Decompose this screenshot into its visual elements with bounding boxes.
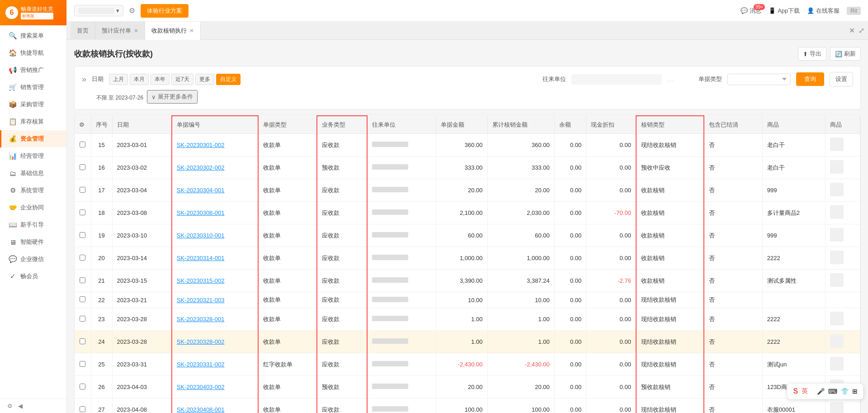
settings-icon[interactable]: ⚙ bbox=[7, 403, 13, 409]
doc-no-link[interactable]: SK-20230302-002 bbox=[177, 164, 225, 171]
sidebar-item-sales[interactable]: 🛒 销售管理 bbox=[0, 79, 66, 96]
refresh-button[interactable]: 🔄 刷新 bbox=[830, 47, 861, 61]
row-checkbox[interactable] bbox=[75, 376, 91, 399]
grid-icon[interactable]: ⊞ bbox=[852, 388, 858, 395]
tab-prepay-close[interactable]: ✕ bbox=[134, 28, 138, 34]
row-checkbox[interactable] bbox=[75, 179, 91, 202]
row-checkbox[interactable] bbox=[75, 399, 91, 413]
sidebar-item-label: 企业微信 bbox=[20, 255, 44, 263]
row-doc-type: 收款单 bbox=[258, 292, 317, 308]
collapse-icon[interactable]: ◀ bbox=[18, 403, 23, 409]
doc-no-link[interactable]: SK-20230328-002 bbox=[177, 338, 225, 345]
sidebar-item-purchase[interactable]: 📦 采购管理 bbox=[0, 96, 66, 113]
tab-collection-exec[interactable]: 收款核销执行 ✕ bbox=[145, 22, 201, 40]
sidebar-item-wechat[interactable]: 💬 企业微信 bbox=[0, 251, 66, 268]
sidebar-item-operations[interactable]: 📊 经营管理 bbox=[0, 147, 66, 165]
chevron-down-icon: ∨ bbox=[151, 94, 156, 100]
col-doc-amount[interactable]: 单据金额 bbox=[436, 116, 487, 134]
sidebar-item-vip[interactable]: ✓ 畅会员 bbox=[0, 268, 66, 285]
filter-expand-arrow[interactable]: » bbox=[82, 75, 86, 84]
keyboard-icon[interactable]: ⌨ bbox=[828, 388, 837, 395]
doc-no-link[interactable]: SK-20230304-001 bbox=[177, 187, 225, 194]
counterparty-input[interactable] bbox=[571, 74, 662, 85]
doc-no-link[interactable]: SK-20230315-002 bbox=[177, 277, 225, 284]
col-writeoff-type[interactable]: 核销类型 bbox=[636, 116, 704, 134]
row-counterparty bbox=[367, 247, 436, 270]
export-button[interactable]: ⬆ 导出 bbox=[798, 47, 826, 61]
row-checkbox[interactable] bbox=[75, 134, 91, 157]
app-download-button[interactable]: 📱 App下载 bbox=[769, 7, 800, 15]
sidebar-item-inventory[interactable]: 📋 库存核算 bbox=[0, 113, 66, 130]
notification-button[interactable]: 💬 消息 99+ bbox=[741, 7, 761, 15]
last-7days-btn[interactable]: 近7天 bbox=[171, 74, 193, 85]
sidebar-item-finance[interactable]: 💰 资金管理 bbox=[0, 130, 66, 147]
doc-no-link[interactable]: SK-20230301-002 bbox=[177, 142, 225, 148]
setting-button[interactable]: 设置 bbox=[830, 72, 853, 86]
row-checkbox[interactable] bbox=[75, 353, 91, 376]
col-product2[interactable]: 商品 bbox=[826, 116, 860, 134]
cooperation-icon: 🤝 bbox=[9, 204, 17, 212]
row-checkbox[interactable] bbox=[75, 157, 91, 179]
sidebar-item-system[interactable]: ⚙ 系统管理 bbox=[0, 182, 66, 199]
row-checkbox[interactable] bbox=[75, 292, 91, 308]
sidebar-item-guide[interactable]: 📖 新手引导 bbox=[0, 216, 66, 233]
row-checkbox[interactable] bbox=[75, 270, 91, 292]
this-year-btn[interactable]: 本年 bbox=[151, 74, 170, 85]
tab-home[interactable]: 首页 bbox=[71, 22, 95, 40]
doc-no-link[interactable]: SK-20230403-002 bbox=[177, 384, 225, 390]
row-balance: 0.00 bbox=[554, 134, 586, 157]
row-no: 24 bbox=[91, 331, 112, 353]
sidebar-item-label: 企业协同 bbox=[20, 204, 44, 212]
row-product2 bbox=[826, 157, 860, 179]
doc-no-link[interactable]: SK-20230331-002 bbox=[177, 361, 225, 368]
col-doc-no[interactable]: 单据编号 bbox=[172, 116, 258, 134]
sidebar-item-cooperation[interactable]: 🤝 企业协同 bbox=[0, 199, 66, 216]
row-no: 27 bbox=[91, 399, 112, 413]
sidebar-item-quicknav[interactable]: 🏠 快捷导航 bbox=[0, 44, 66, 62]
row-checkbox[interactable] bbox=[75, 308, 91, 331]
user-avatar[interactable]: Rit bbox=[847, 7, 861, 15]
query-button[interactable]: 查询 bbox=[796, 72, 824, 86]
col-date[interactable]: 日期 bbox=[112, 116, 172, 134]
col-include-settled[interactable]: 包含已结清 bbox=[704, 116, 763, 134]
row-checkbox[interactable] bbox=[75, 202, 91, 224]
last-month-btn[interactable]: 上月 bbox=[109, 74, 128, 85]
workspace-dropdown[interactable]: ▾ bbox=[74, 5, 123, 16]
custom-date-btn[interactable]: 自定义 bbox=[216, 74, 241, 85]
doc-no-link[interactable]: SK-20230408-001 bbox=[177, 406, 225, 413]
sidebar-item-hardware[interactable]: 🖥 智能硬件 bbox=[0, 233, 66, 251]
close-tab-icon[interactable]: ✕ bbox=[849, 26, 855, 35]
row-checkbox[interactable] bbox=[75, 331, 91, 353]
col-total-writeoff[interactable]: 累计核销金额 bbox=[487, 116, 554, 134]
doc-no-link[interactable]: SK-20230321-003 bbox=[177, 297, 225, 304]
tab-prepay[interactable]: 预计应付单 ✕ bbox=[95, 22, 145, 40]
doc-no-link[interactable]: SK-20230308-001 bbox=[177, 209, 225, 216]
col-counterparty[interactable]: 往来单位 bbox=[367, 116, 436, 134]
col-biz-type[interactable]: 业务类型 bbox=[317, 116, 367, 134]
sidebar-item-marketing[interactable]: 📢 营销推广 bbox=[0, 62, 66, 79]
this-month-btn[interactable]: 本月 bbox=[130, 74, 149, 85]
doc-no-link[interactable]: SK-20230314-001 bbox=[177, 255, 225, 261]
sidebar-item-basic-info[interactable]: 🗂 基础信息 bbox=[0, 165, 66, 182]
row-checkbox[interactable] bbox=[75, 224, 91, 247]
solution-button[interactable]: 体验行业方案 bbox=[141, 4, 189, 18]
online-service-button[interactable]: 👤 在线客服 bbox=[807, 7, 840, 15]
sidebar-item-search[interactable]: 🔍 搜索菜单 bbox=[0, 27, 66, 44]
tab-collection-close[interactable]: ✕ bbox=[189, 28, 194, 34]
shirt-icon[interactable]: 👕 bbox=[841, 388, 849, 395]
row-product2 bbox=[826, 331, 860, 353]
col-doc-type[interactable]: 单据类型 bbox=[258, 116, 317, 134]
doc-no-link[interactable]: SK-20230328-001 bbox=[177, 316, 225, 323]
expand-conditions-btn[interactable]: ∨ 展开更多条件 bbox=[147, 90, 198, 104]
col-balance[interactable]: 余额 bbox=[554, 116, 586, 134]
expand-tab-icon[interactable]: ⤢ bbox=[859, 26, 864, 35]
gear-icon[interactable]: ⚙ bbox=[129, 6, 135, 15]
col-settings[interactable]: ⚙ bbox=[75, 116, 91, 134]
more-date-btn[interactable]: 更多 bbox=[195, 74, 214, 85]
mic-icon[interactable]: 🎤 bbox=[817, 388, 825, 395]
col-product[interactable]: 商品 bbox=[762, 116, 826, 134]
row-checkbox[interactable] bbox=[75, 247, 91, 270]
col-cash-discount[interactable]: 现金折扣 bbox=[586, 116, 636, 134]
voucher-type-select[interactable]: 收款单 红字收款单 bbox=[727, 74, 791, 85]
doc-no-link[interactable]: SK-20230310-001 bbox=[177, 232, 225, 239]
